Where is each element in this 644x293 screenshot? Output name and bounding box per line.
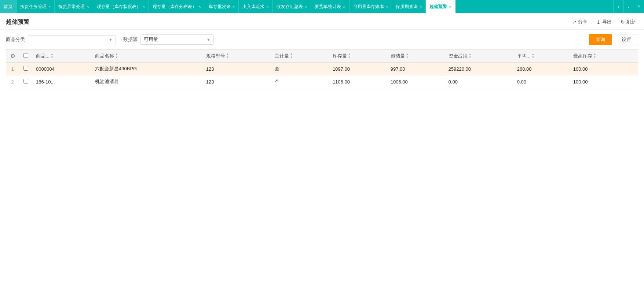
nav-item-expiry[interactable]: 保质期查询 × xyxy=(392,0,426,13)
share-button[interactable]: ↗ 分享 xyxy=(570,18,590,26)
row-checkbox[interactable] xyxy=(23,66,28,71)
nav-item-available[interactable]: 可用量库存账本 × xyxy=(350,0,392,13)
row-checkbox-cell[interactable] xyxy=(19,63,32,75)
category-select[interactable]: ▼ xyxy=(28,35,116,44)
row-seq: 2 xyxy=(6,75,19,88)
settings-button[interactable]: 设置 xyxy=(615,34,638,45)
nav-item-demand-close[interactable]: × xyxy=(343,4,345,9)
nav-item-batch-label: 库存批次账 xyxy=(209,4,231,10)
export-button[interactable]: ⤓ 导出 xyxy=(594,18,614,26)
data-table-container: ⚙ 商品... ▲▼ 商品名称 ▲▼ xyxy=(0,49,644,88)
nav-item-task[interactable]: 拣货任务管理 × xyxy=(17,0,55,13)
column-settings-gear[interactable]: ⚙ xyxy=(6,50,19,63)
nav-item-task-close[interactable]: × xyxy=(48,4,51,9)
nav-item-overstock-close[interactable]: × xyxy=(449,4,451,9)
column-header-avg[interactable]: 平均... ▲▼ xyxy=(513,50,570,63)
sort-spec-icon: ▲▼ xyxy=(226,53,229,59)
filter-actions: 查询 设置 xyxy=(589,34,638,45)
nav-item-stock-dist-label: 现存量（库存分布表） xyxy=(153,4,197,10)
nav-item-inout-close[interactable]: × xyxy=(266,4,268,9)
refresh-icon: ↻ xyxy=(621,19,625,25)
column-header-name[interactable]: 商品名称 ▲▼ xyxy=(91,50,202,63)
column-select-all[interactable] xyxy=(19,50,32,63)
nav-item-expiry-close[interactable]: × xyxy=(420,4,422,9)
category-filter: 商品分类 ▼ xyxy=(6,35,116,44)
sort-name-icon: ▲▼ xyxy=(115,53,118,59)
row-spec: 123 xyxy=(202,75,271,88)
query-button[interactable]: 查询 xyxy=(589,34,612,45)
sort-capital-icon: ▲▼ xyxy=(469,53,472,59)
nav-item-stock-status[interactable]: 现存量（库存状况表） × xyxy=(93,0,149,13)
table-body: 1 0000004 六配套新昌490BPG 123 套 1097.00 997.… xyxy=(6,63,638,88)
nav-item-home[interactable]: 首页 xyxy=(0,0,17,13)
nav-item-overstock[interactable]: 超储预警 × xyxy=(426,0,455,13)
refresh-button[interactable]: ↻ 刷新 xyxy=(618,18,638,26)
select-all-checkbox[interactable] xyxy=(23,53,28,58)
datasource-select[interactable]: 可用量 ▼ xyxy=(140,34,214,45)
column-unit-label: 主计量 xyxy=(275,53,289,59)
nav-item-available-close[interactable]: × xyxy=(386,4,388,9)
nav-prev-arrow[interactable]: ‹ xyxy=(613,0,623,13)
column-maxstock-label: 最高库存 xyxy=(573,53,592,59)
nav-item-stock-dist[interactable]: 现存量（库存分布表） × xyxy=(149,0,205,13)
export-icon: ⤓ xyxy=(596,19,601,25)
nav-item-task-label: 拣货任务管理 xyxy=(20,4,47,10)
nav-item-inout[interactable]: 出入库流水 × xyxy=(239,0,272,13)
nav-item-expiry-label: 保质期查询 xyxy=(396,4,418,10)
row-checkbox-cell[interactable] xyxy=(19,75,32,88)
overstock-table: ⚙ 商品... ▲▼ 商品名称 ▲▼ xyxy=(6,49,638,88)
export-label: 导出 xyxy=(602,19,612,25)
row-stock: 1106.00 xyxy=(329,75,387,88)
datasource-arrow-icon: ▼ xyxy=(206,37,211,42)
category-label: 商品分类 xyxy=(6,36,25,43)
sort-avg-icon: ▲▼ xyxy=(532,53,535,59)
column-capital-label: 资金占用 xyxy=(449,53,468,59)
row-checkbox[interactable] xyxy=(23,79,28,84)
nav-item-stock-status-close[interactable]: × xyxy=(143,4,145,9)
column-header-spec[interactable]: 规格型号 ▲▼ xyxy=(202,50,271,63)
share-label: 分享 xyxy=(578,19,588,25)
row-unit: 个 xyxy=(271,75,329,88)
datasource-filter: 数据源 可用量 ▼ xyxy=(123,34,214,45)
column-stock-label: 库存量 xyxy=(333,53,347,59)
column-code-label: 商品... xyxy=(36,53,50,59)
sort-stock-icon: ▲▼ xyxy=(348,53,351,59)
filter-bar: 商品分类 ▼ 数据源 可用量 ▼ 查询 设置 xyxy=(0,30,644,49)
column-header-unit[interactable]: 主计量 ▲▼ xyxy=(271,50,329,63)
table-row: 2 186-10... 机油滤清器 123 个 1106.00 1006.00 … xyxy=(6,75,638,88)
nav-item-available-label: 可用量库存账本 xyxy=(353,4,384,10)
page-title: 超储预警 xyxy=(6,18,29,26)
sort-overstock-icon: ▲▼ xyxy=(406,53,409,59)
nav-item-batch-close[interactable]: × xyxy=(233,4,235,9)
row-capital: 259220.00 xyxy=(445,63,513,75)
header-actions: ↗ 分享 ⤓ 导出 ↻ 刷新 xyxy=(570,18,638,26)
column-header-code[interactable]: 商品... ▲▼ xyxy=(32,50,91,63)
nav-item-stock-dist-close[interactable]: × xyxy=(198,4,201,9)
nav-close-arrow[interactable]: × xyxy=(634,0,644,13)
category-arrow-icon: ▼ xyxy=(109,37,113,42)
column-header-maxstock[interactable]: 最高库存 ▲▼ xyxy=(570,50,638,63)
nav-item-summary[interactable]: 收发存汇总表 × xyxy=(273,0,311,13)
nav-item-demand[interactable]: 要货单统计表 × xyxy=(311,0,349,13)
nav-item-summary-label: 收发存汇总表 xyxy=(277,4,303,10)
sort-maxstock-icon: ▲▼ xyxy=(593,53,596,59)
column-overstock-label: 超储量 xyxy=(391,53,405,59)
nav-item-exception-close[interactable]: × xyxy=(87,4,89,9)
row-code: 0000004 xyxy=(32,63,91,75)
table-header-row: ⚙ 商品... ▲▼ 商品名称 ▲▼ xyxy=(6,50,638,63)
nav-item-batch[interactable]: 库存批次账 × xyxy=(205,0,239,13)
nav-item-exception[interactable]: 拣货异常处理 × xyxy=(55,0,93,13)
table-row: 1 0000004 六配套新昌490BPG 123 套 1097.00 997.… xyxy=(6,63,638,75)
row-stock: 1097.00 xyxy=(329,63,387,75)
nav-item-summary-close[interactable]: × xyxy=(305,4,307,9)
datasource-value: 可用量 xyxy=(144,36,158,43)
column-header-overstock[interactable]: 超储量 ▲▼ xyxy=(387,50,445,63)
column-header-stock[interactable]: 库存量 ▲▼ xyxy=(329,50,387,63)
page-header: 超储预警 ↗ 分享 ⤓ 导出 ↻ 刷新 xyxy=(0,13,644,30)
nav-next-arrow[interactable]: › xyxy=(623,0,634,13)
column-header-capital[interactable]: 资金占用 ▲▼ xyxy=(445,50,513,63)
row-seq: 1 xyxy=(6,63,19,75)
top-navigation: 首页 拣货任务管理 × 拣货异常处理 × 现存量（库存状况表） × 现存量（库存… xyxy=(0,0,644,13)
sort-code-icon: ▲▼ xyxy=(51,53,54,59)
row-unit: 套 xyxy=(271,63,329,75)
